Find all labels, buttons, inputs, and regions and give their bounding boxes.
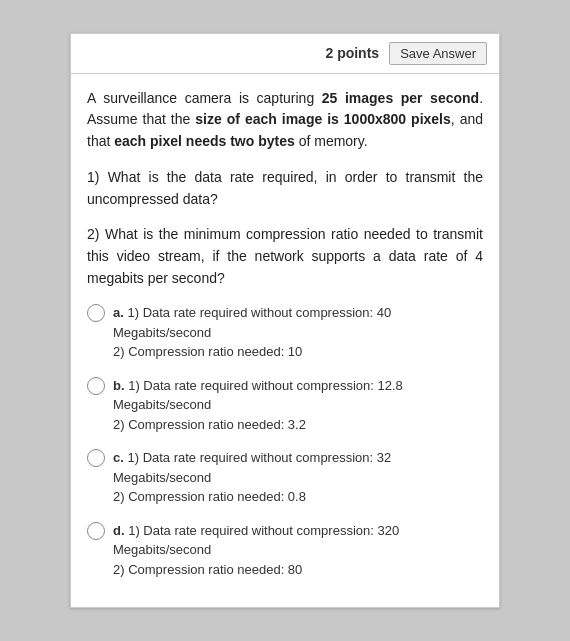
option-c-content: c. 1) Data rate required without compres… — [113, 448, 483, 507]
option-a-line2: 2) Compression ratio needed: 10 — [113, 342, 483, 362]
bold-bytes: each pixel needs two bytes — [114, 133, 295, 149]
option-d: d. 1) Data rate required without compres… — [87, 521, 483, 580]
option-b-line2: 2) Compression ratio needed: 3.2 — [113, 415, 483, 435]
question-card: 2 points Save Answer A surveillance came… — [70, 33, 500, 609]
radio-a[interactable] — [87, 304, 105, 322]
card-body: A surveillance camera is capturing 25 im… — [71, 74, 499, 608]
option-a: a. 1) Data rate required without compres… — [87, 303, 483, 362]
option-b-label: b. — [113, 378, 125, 393]
option-b-label-line: b. 1) Data rate required without compres… — [113, 376, 483, 415]
option-a-label: a. — [113, 305, 124, 320]
sub-question-1: 1) What is the data rate required, in or… — [87, 167, 483, 210]
option-c-line2: 2) Compression ratio needed: 0.8 — [113, 487, 483, 507]
option-a-label-line: a. 1) Data rate required without compres… — [113, 303, 483, 342]
option-b-content: b. 1) Data rate required without compres… — [113, 376, 483, 435]
bold-image-size: size of each image is 1000x800 pixels — [195, 111, 451, 127]
save-answer-button[interactable]: Save Answer — [389, 42, 487, 65]
option-c-label: c. — [113, 450, 124, 465]
radio-c[interactable] — [87, 449, 105, 467]
card-header: 2 points Save Answer — [71, 34, 499, 74]
radio-b[interactable] — [87, 377, 105, 395]
options-list: a. 1) Data rate required without compres… — [87, 303, 483, 579]
option-d-label-line: d. 1) Data rate required without compres… — [113, 521, 483, 560]
option-a-content: a. 1) Data rate required without compres… — [113, 303, 483, 362]
option-d-label: d. — [113, 523, 125, 538]
option-b: b. 1) Data rate required without compres… — [87, 376, 483, 435]
option-c-label-line: c. 1) Data rate required without compres… — [113, 448, 483, 487]
points-badge: 2 points — [325, 45, 379, 61]
option-d-line2: 2) Compression ratio needed: 80 — [113, 560, 483, 580]
question-intro: A surveillance camera is capturing 25 im… — [87, 88, 483, 153]
option-c: c. 1) Data rate required without compres… — [87, 448, 483, 507]
radio-d[interactable] — [87, 522, 105, 540]
bold-images-per-second: 25 images per second — [322, 90, 479, 106]
sub-question-2: 2) What is the minimum compression ratio… — [87, 224, 483, 289]
option-d-content: d. 1) Data rate required without compres… — [113, 521, 483, 580]
